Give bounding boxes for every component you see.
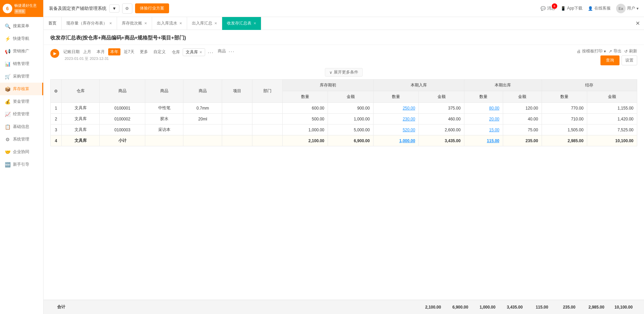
sidebar-item-sales[interactable]: 📊 销售管理 xyxy=(0,57,43,70)
tab-label: 收发存汇总表 xyxy=(227,20,251,26)
subtotal-open-qty: 2,100.00 xyxy=(282,135,328,146)
date-btn-custom[interactable]: 自定义 xyxy=(151,48,168,55)
row-warehouse: 文具库 xyxy=(62,114,100,125)
close-all-tabs-button[interactable]: ✕ xyxy=(631,20,644,27)
topbar: 装备及固定资产辅助管理系统 ▼ ⚙ 体验行业方案 💬 消息 6 📱 App下载 … xyxy=(44,0,644,17)
user-menu-button[interactable]: Ea 用户 ▾ xyxy=(616,4,639,13)
date-btn-prev-month[interactable]: 上月 xyxy=(81,48,93,55)
row-in-qty-link[interactable]: 250.00 xyxy=(373,103,419,114)
tab-inout-flow[interactable]: 出入库流水 ✕ xyxy=(152,17,187,30)
goods-more-button[interactable]: ··· xyxy=(229,49,235,54)
sidebar-item-search[interactable]: 🔍 搜索菜单 xyxy=(0,20,43,32)
row-open-qty: 500.00 xyxy=(282,114,328,125)
message-button[interactable]: 💬 消息 6 xyxy=(541,5,555,11)
tab-batch-account[interactable]: 库存批次账 ✕ xyxy=(117,17,152,30)
print-icon: 🖨 xyxy=(577,49,581,54)
row-out-amt: 120.00 xyxy=(503,103,542,114)
sidebar-item-label: 资金管理 xyxy=(13,99,29,104)
warehouse-tag-value: 文具库 xyxy=(186,49,198,55)
sidebar-item-enterprise[interactable]: 🤝 企业协同 xyxy=(0,146,43,158)
settings-gear-button[interactable]: ⚙ xyxy=(122,3,132,14)
bal-qty-header: 数量 xyxy=(542,91,587,103)
date-btn-this-month[interactable]: 本月 xyxy=(95,48,107,55)
warehouse-more-button[interactable]: ··· xyxy=(208,50,214,55)
topbar-left: 装备及固定资产辅助管理系统 ▼ ⚙ 体验行业方案 xyxy=(49,3,169,14)
row-out-qty-link[interactable]: 15.00 xyxy=(464,125,503,135)
department-column-header: 部门 xyxy=(252,80,282,103)
sidebar-item-newbie[interactable]: 🆕 新手引导 xyxy=(0,158,43,171)
row-in-amt: 460.00 xyxy=(419,114,464,125)
warehouse-filter-label: 仓库 xyxy=(172,49,180,55)
date-btn-more[interactable]: 更多 xyxy=(138,48,150,55)
tab-receipt-summary[interactable]: 收发存汇总表 ✕ xyxy=(222,17,261,30)
filter-toggle-button[interactable]: ▶ xyxy=(50,49,59,58)
sidebar-item-system[interactable]: ⚙ 系统管理 xyxy=(0,133,43,146)
tab-close-icon[interactable]: ✕ xyxy=(109,21,112,25)
goods-name-column-header: 商品 xyxy=(145,80,183,103)
user-chevron-icon: ▾ xyxy=(637,6,639,11)
sidebar-item-inventory[interactable]: 📦 库存核算 xyxy=(0,83,43,95)
sidebar-item-label: 新手引导 xyxy=(13,162,29,167)
row-bal-qty: 770.00 xyxy=(542,103,587,114)
tab-inout-summary[interactable]: 出入库汇总 ✕ xyxy=(187,17,222,30)
row-out-qty-link[interactable]: 20.00 xyxy=(464,114,503,125)
sidebar-item-basic-info[interactable]: 📋 基础信息 xyxy=(0,120,43,133)
tab-close-icon[interactable]: ✕ xyxy=(144,21,147,25)
warehouse-tag-remove-icon[interactable]: ✕ xyxy=(199,50,202,54)
sidebar-item-operations[interactable]: 📈 经营管理 xyxy=(0,108,43,120)
query-button[interactable]: 查询 xyxy=(600,55,620,65)
sales-icon: 📊 xyxy=(5,61,10,67)
marketing-icon: 📢 xyxy=(5,49,10,54)
tab-close-icon[interactable]: ✕ xyxy=(214,21,217,25)
warehouse-column-header: 仓库 xyxy=(62,80,100,103)
row-bal-amt: 1,155.00 xyxy=(587,103,637,114)
tab-home[interactable]: 首页 xyxy=(44,17,62,30)
row-in-qty-link[interactable]: 230.00 xyxy=(373,114,419,125)
date-btn-7days[interactable]: 近7天 xyxy=(122,48,136,55)
date-btn-this-year[interactable]: 本年 xyxy=(108,48,120,55)
app-download-button[interactable]: 📱 App下载 xyxy=(561,5,582,11)
settings-button[interactable]: 设置 xyxy=(622,55,637,65)
total-label: 合计 xyxy=(50,303,72,311)
subtotal-in-qty[interactable]: 1,000.00 xyxy=(373,135,419,146)
inventory-icon: 📦 xyxy=(5,86,10,92)
row-in-amt: 375.00 xyxy=(419,103,464,114)
tab-label: 出入库流水 xyxy=(157,20,177,26)
row-open-amt: 5,000.00 xyxy=(328,125,374,135)
row-department xyxy=(252,103,282,114)
online-service-button[interactable]: 👤 在线客服 xyxy=(588,5,611,11)
sidebar-item-purchase[interactable]: 🛒 采购管理 xyxy=(0,70,43,83)
purchase-icon: 🛒 xyxy=(5,74,10,79)
tab-close-icon[interactable]: ✕ xyxy=(253,21,256,25)
row-bal-amt: 7,525.00 xyxy=(587,125,637,135)
expand-filters-button[interactable]: ∨ 展开更多条件 xyxy=(325,68,363,77)
subtotal-empty3 xyxy=(222,135,252,146)
row-warehouse: 文具库 xyxy=(62,103,100,114)
row-department xyxy=(252,125,282,135)
tab-stock-distribution[interactable]: 现存量（库存分布表） ✕ xyxy=(62,17,117,30)
total-out-qty: 115.00 xyxy=(528,303,556,311)
print-button[interactable]: 🖨 按模板打印 ▾ xyxy=(577,48,606,54)
subtotal-out-qty[interactable]: 115.00 xyxy=(464,135,503,146)
warehouse-tag[interactable]: 文具库 ✕ xyxy=(183,48,205,56)
row-goods-spec: 0.7mm xyxy=(183,103,222,114)
sidebar-item-label: 采购管理 xyxy=(13,73,29,79)
row-out-qty-link[interactable]: 80.00 xyxy=(464,103,503,114)
row-goods-name: 胶水 xyxy=(145,114,183,125)
sidebar-item-finance[interactable]: 💰 资金管理 xyxy=(0,95,43,108)
refresh-button[interactable]: ↺ 刷新 xyxy=(624,48,637,54)
sidebar-item-quicknav[interactable]: ⚡ 快捷导航 xyxy=(0,32,43,45)
tab-close-icon[interactable]: ✕ xyxy=(179,21,182,25)
date-filter-label: 记账日期 xyxy=(63,49,80,55)
sidebar-item-label: 基础信息 xyxy=(13,124,29,130)
topbar-right: 💬 消息 6 📱 App下载 👤 在线客服 Ea 用户 ▾ xyxy=(541,4,639,13)
sidebar: 6 畅捷通好生意 标准版 🔍 搜索菜单 ⚡ 快捷导航 📢 营销推广 📊 销售管理… xyxy=(0,0,44,314)
inbound-group-header: 本期入库 xyxy=(373,80,464,91)
system-dropdown[interactable]: ▼ xyxy=(109,4,119,13)
row-in-qty-link[interactable]: 520.00 xyxy=(373,125,419,135)
row-project xyxy=(222,114,252,125)
experience-button[interactable]: 体验行业方案 xyxy=(135,3,169,13)
export-button[interactable]: ↗ 导出 xyxy=(609,48,622,54)
sidebar-item-marketing[interactable]: 📢 营销推广 xyxy=(0,45,43,57)
table-settings-header[interactable]: ⚙ xyxy=(51,80,62,103)
